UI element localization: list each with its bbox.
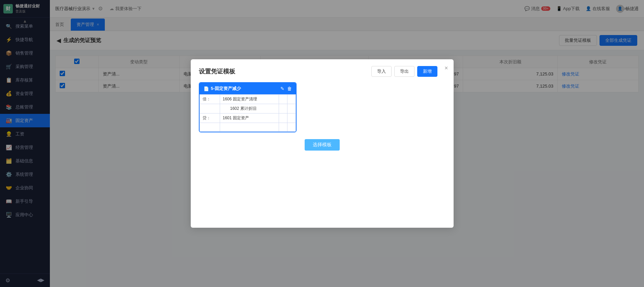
template-row-credit-1 — [287, 95, 296, 104]
template-card-actions: ✎ 🗑 — [280, 86, 292, 91]
template-edit-icon[interactable]: ✎ — [280, 86, 284, 91]
template-detail-table: 借： 1606 固定资产清理 1602 累计折旧 贷： 1601 固定资产 — [200, 94, 296, 132]
template-row-debit-2 — [279, 104, 287, 114]
template-row-code-2: 1602 累计折旧 — [220, 104, 279, 114]
dialog-set-voucher-template: 设置凭证模板 × 导入 导出 新增 📄 5-固定资产减少 ✎ 🗑 — [191, 59, 454, 228]
template-row-code-4 — [220, 123, 279, 132]
new-button[interactable]: 新增 — [417, 66, 437, 77]
template-card-title: 📄 5-固定资产减少 — [204, 86, 241, 92]
template-row-type-4 — [200, 123, 220, 132]
close-window-button[interactable]: ✕ — [621, 5, 629, 13]
template-row-code-3: 1601 固定资产 — [220, 114, 279, 123]
dialog-toolbar: 导入 导出 新增 — [371, 66, 437, 77]
template-row-credit-2 — [287, 104, 296, 114]
template-row: 贷： 1601 固定资产 — [200, 114, 296, 123]
export-button[interactable]: 导出 — [394, 66, 415, 77]
template-row-type-1: 借： — [200, 95, 220, 104]
template-row-type-3: 贷： — [200, 114, 220, 123]
window-controls: ✕ ⛶ — [621, 0, 644, 18]
maximize-window-button[interactable]: ⛶ — [632, 5, 640, 13]
template-doc-icon: 📄 — [204, 86, 209, 91]
template-delete-icon[interactable]: 🗑 — [287, 86, 292, 91]
template-id-name: 5-固定资产减少 — [211, 86, 241, 92]
template-row: 1602 累计折旧 — [200, 104, 296, 114]
template-row: 借： 1606 固定资产清理 — [200, 95, 296, 104]
select-template-button[interactable]: 选择模板 — [305, 139, 340, 151]
template-row-credit-4 — [287, 123, 296, 132]
dialog-close-icon[interactable]: × — [444, 65, 448, 72]
import-button[interactable]: 导入 — [371, 66, 392, 77]
template-row-type-2 — [200, 104, 220, 114]
template-card: 📄 5-固定资产减少 ✎ 🗑 借： 1606 固定资产清理 — [199, 82, 297, 132]
template-row-debit-1 — [279, 95, 287, 104]
template-row-credit-3 — [287, 114, 296, 123]
template-row-debit-4 — [279, 123, 287, 132]
template-row-debit-3 — [279, 114, 287, 123]
template-card-header: 📄 5-固定资产减少 ✎ 🗑 — [200, 83, 296, 94]
modal-overlay: 设置凭证模板 × 导入 导出 新增 📄 5-固定资产减少 ✎ 🗑 — [0, 0, 644, 287]
template-row-code-1: 1606 固定资产清理 — [220, 95, 279, 104]
template-row — [200, 123, 296, 132]
